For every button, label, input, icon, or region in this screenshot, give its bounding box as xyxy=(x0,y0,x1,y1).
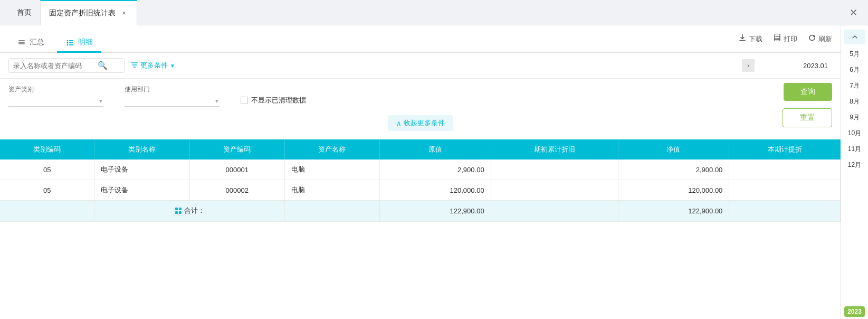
use-dept-chevron: ▼ xyxy=(214,98,220,104)
refresh-button[interactable]: 刷新 xyxy=(808,34,832,44)
svg-rect-4 xyxy=(69,40,73,41)
month-7[interactable]: 7月 xyxy=(844,78,865,93)
th-asset-code: 资产编码 xyxy=(189,139,284,160)
summary-accumulated-dep xyxy=(491,201,618,222)
query-button[interactable]: 查询 xyxy=(784,83,832,101)
svg-rect-15 xyxy=(179,211,182,214)
asset-category-chevron: ▼ xyxy=(98,98,103,104)
cell-original-value: 2,900.00 xyxy=(379,160,491,180)
svg-rect-9 xyxy=(775,34,780,37)
print-icon xyxy=(773,34,781,44)
asset-category-select[interactable]: ▼ xyxy=(8,96,103,107)
svg-rect-2 xyxy=(18,43,25,44)
tab-bar: 首页 固定资产折旧统计表 × ✕ xyxy=(0,0,868,25)
use-department-select[interactable]: ▼ xyxy=(125,96,220,107)
toolbar-right: 下载 打印 xyxy=(738,34,832,44)
tab-summary-label: 汇总 xyxy=(30,37,44,47)
search-input-wrap: 🔍 xyxy=(8,58,125,73)
download-icon xyxy=(738,34,747,44)
month-9[interactable]: 9月 xyxy=(844,110,865,125)
svg-rect-13 xyxy=(179,208,182,210)
chevron-up-icon: ∧ xyxy=(396,119,402,127)
tab-active[interactable]: 固定资产折旧统计表 × xyxy=(40,0,137,25)
svg-rect-0 xyxy=(18,40,25,41)
print-label: 打印 xyxy=(784,34,797,43)
th-current-period: 本期计提折 xyxy=(729,139,841,160)
tab-summary[interactable]: 汇总 xyxy=(8,33,53,53)
active-tab-label: 固定资产折旧统计表 xyxy=(49,8,116,18)
cell-category-name: 电子设备 xyxy=(94,180,189,201)
month-5[interactable]: 5月 xyxy=(844,46,865,61)
summary-original-value: 122,900.00 xyxy=(379,201,491,222)
more-filter-button[interactable]: 更多条件 ▼ xyxy=(131,61,175,70)
summary-label: 合计： xyxy=(184,206,205,215)
period-display: 2023.01 xyxy=(803,62,828,70)
month-11[interactable]: 11月 xyxy=(844,142,865,156)
cell-accumulated-dep xyxy=(491,160,618,180)
filter-icon xyxy=(131,61,138,70)
cell-asset-code: 000001 xyxy=(189,160,284,180)
print-button[interactable]: 打印 xyxy=(773,34,797,44)
global-close-button[interactable]: ✕ xyxy=(850,7,857,18)
search-icon[interactable]: 🔍 xyxy=(98,61,108,70)
cell-original-value: 120,000.00 xyxy=(379,180,491,201)
summary-net-value: 122,900.00 xyxy=(618,201,729,222)
collapse-arrow-button[interactable]: › xyxy=(742,59,755,72)
more-filter-label: 更多条件 xyxy=(140,61,168,70)
cell-current-period xyxy=(729,160,841,180)
cell-category-code: 05 xyxy=(0,160,94,180)
table-row: 05 电子设备 000001 电脑 2,900.00 2,900.00 xyxy=(0,160,841,180)
th-original-value: 原值 xyxy=(379,139,491,160)
cell-net-value: 120,000.00 xyxy=(618,180,729,201)
th-net-value: 净值 xyxy=(618,139,729,160)
month-6[interactable]: 6月 xyxy=(844,62,865,77)
th-category-code: 类别编码 xyxy=(0,139,94,160)
reset-button[interactable]: 重置 xyxy=(783,108,832,127)
tab-home[interactable]: 首页 xyxy=(8,0,40,25)
chevron-down-icon: ▼ xyxy=(170,63,175,69)
download-button[interactable]: 下载 xyxy=(738,34,762,44)
cell-asset-name: 电脑 xyxy=(284,160,379,180)
summary-row: 合计： 122,900.00 122,900.00 xyxy=(0,201,841,222)
advanced-filter: 资产类别 ▼ 使用部门 ▼ 不显示已清理数据 查询 重置 xyxy=(0,79,841,107)
svg-point-7 xyxy=(67,44,69,46)
svg-rect-14 xyxy=(175,211,178,214)
summary-icon-cell: 合计： xyxy=(175,206,205,215)
svg-rect-8 xyxy=(69,44,73,45)
th-category-name: 类别名称 xyxy=(94,139,189,160)
month-12[interactable]: 12月 xyxy=(844,157,865,172)
month-nav-up-button[interactable] xyxy=(844,30,865,44)
summary-current-period xyxy=(729,201,841,222)
svg-point-3 xyxy=(67,40,69,42)
collapse-more-label: 收起更多条件 xyxy=(404,118,445,128)
asset-category-field: 资产类别 ▼ xyxy=(8,85,103,107)
th-accumulated-depreciation: 期初累计折旧 xyxy=(491,139,618,160)
right-sidebar: 5月 6月 7月 8月 9月 10月 11月 12月 2023 xyxy=(841,25,868,319)
tab-detail[interactable]: 明细 xyxy=(57,33,101,53)
cell-net-value: 2,900.00 xyxy=(618,160,729,180)
svg-rect-6 xyxy=(69,42,73,43)
current-year-badge: 2023 xyxy=(844,306,865,317)
download-label: 下载 xyxy=(749,34,762,43)
svg-rect-1 xyxy=(18,42,25,43)
tab-detail-label: 明细 xyxy=(78,37,93,47)
svg-point-11 xyxy=(779,37,780,39)
month-8[interactable]: 8月 xyxy=(844,94,865,109)
cell-current-period xyxy=(729,180,841,201)
search-input[interactable] xyxy=(13,62,98,70)
use-department-label: 使用部门 xyxy=(125,85,220,94)
table-wrap: 类别编码 类别名称 资产编码 资产名称 原值 期初累计折旧 净值 本期计提折 0… xyxy=(0,139,841,319)
th-asset-name: 资产名称 xyxy=(284,139,379,160)
collapse-more-row: ∧ 收起更多条件 xyxy=(0,107,841,139)
filter-area: 🔍 更多条件 ▼ › 2023.01 xyxy=(0,53,841,79)
collapse-more-button[interactable]: ∧ 收起更多条件 xyxy=(388,115,453,131)
month-10[interactable]: 10月 xyxy=(844,126,865,140)
table-header-row: 类别编码 类别名称 资产编码 资产名称 原值 期初累计折旧 净值 本期计提折 xyxy=(0,139,841,160)
tab-close-button[interactable]: × xyxy=(120,9,128,17)
main-table: 类别编码 类别名称 资产编码 资产名称 原值 期初累计折旧 净值 本期计提折 0… xyxy=(0,139,841,222)
hide-cleared-checkbox[interactable] xyxy=(241,97,248,104)
sec-tab-bar: 汇总 明细 xyxy=(0,25,841,53)
refresh-icon xyxy=(808,34,816,44)
table-row: 05 电子设备 000002 电脑 120,000.00 120,000.00 xyxy=(0,180,841,201)
hide-cleared-checkbox-row: 不显示已清理数据 xyxy=(241,96,306,105)
